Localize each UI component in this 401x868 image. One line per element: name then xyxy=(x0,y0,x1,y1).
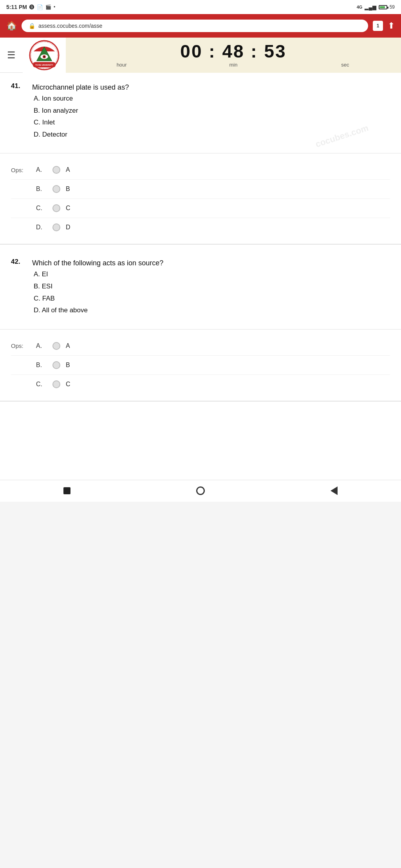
ops-42-radio-c[interactable] xyxy=(52,380,60,388)
lte-label: 4G xyxy=(357,5,363,9)
ops-41-radio-a[interactable] xyxy=(52,166,60,174)
question-41-option-b: B. Ion analyzer xyxy=(32,105,129,117)
ops-41-a-text: A xyxy=(66,166,70,173)
url-bar[interactable]: 🔒 assess.cocubes.com/asse xyxy=(22,20,368,32)
tab-count-button[interactable]: 1 xyxy=(373,21,383,31)
stop-icon xyxy=(63,487,70,494)
nav-stop-button[interactable] xyxy=(61,484,73,497)
question-42-option-d: D. All of the above xyxy=(32,304,163,317)
video-icon: 🎬 xyxy=(45,4,51,10)
ops-42-b-letter: B. xyxy=(36,362,47,369)
ops-42-a-text: A xyxy=(66,342,70,349)
status-right: 4G ▂▄▆ 59 xyxy=(357,4,395,10)
ops-42-a-letter: A. xyxy=(36,342,47,349)
ops-41-b-row: Ops: B. B xyxy=(11,180,390,199)
status-bar: 5:11 PM 🅖 📄 🎬 • 4G ▂▄▆ 59 xyxy=(0,0,401,14)
ops-41-c-text: C xyxy=(66,205,70,212)
upload-button[interactable]: ⬆ xyxy=(388,21,395,31)
ops-41-label: Ops: xyxy=(11,167,31,173)
university-logo: TO BE UNIVERSITY xyxy=(29,40,60,70)
ops-41-d-letter: D. xyxy=(36,224,47,231)
spacer xyxy=(0,402,401,480)
timer-sep1: : xyxy=(209,41,222,61)
timer-min-label: min xyxy=(177,62,289,68)
svg-point-5 xyxy=(43,56,45,57)
app-header: ☰ TO BE UNIVERSITY 00 : 48 : 53 xyxy=(0,38,401,73)
question-42-option-b: B. ESI xyxy=(32,281,163,293)
ops-42-radio-a[interactable] xyxy=(52,342,60,350)
nav-back-button[interactable] xyxy=(328,484,340,497)
ops-42-c-letter: C. xyxy=(36,381,47,388)
nav-home-button[interactable] xyxy=(194,484,207,497)
question-42-text: Which of the following acts as ion sourc… xyxy=(32,258,163,268)
timer-minutes: 48 xyxy=(222,41,244,61)
timer-display: 00 : 48 : 53 xyxy=(180,42,286,60)
ops-42-radio-b[interactable] xyxy=(52,361,60,369)
ops-42-c-text: C xyxy=(66,381,70,388)
question-42-header: 42. Which of the following acts as ion s… xyxy=(11,258,390,316)
timer-area: 00 : 48 : 53 hour min sec xyxy=(66,38,401,73)
ops-41-section: Ops: A. A Ops: B. B Ops: C. C Ops: D. D xyxy=(0,153,401,245)
battery-icon xyxy=(379,5,387,9)
question-42-content: Which of the following acts as ion sourc… xyxy=(32,258,163,316)
question-41-content: Microchannel plate is used as? A. Ion so… xyxy=(32,82,129,140)
ops-41-b-letter: B. xyxy=(36,185,47,193)
lock-icon: 🔒 xyxy=(29,23,35,29)
hamburger-menu[interactable]: ☰ xyxy=(0,50,23,61)
browser-bar: 🏠 🔒 assess.cocubes.com/asse 1 ⬆ xyxy=(0,14,401,38)
question-42-option-c: C. FAB xyxy=(32,293,163,305)
back-triangle-icon xyxy=(331,486,338,495)
svg-text:TO BE UNIVERSITY: TO BE UNIVERSITY xyxy=(35,64,53,66)
ops-42-c-row: Ops: C. C xyxy=(11,375,390,394)
dot-indicator: • xyxy=(54,4,55,10)
timer-labels: hour min sec xyxy=(66,62,401,68)
ops-41-a-letter: A. xyxy=(36,166,47,173)
battery-level: 59 xyxy=(390,4,395,10)
ops-41-radio-c[interactable] xyxy=(52,204,60,212)
logo-area: TO BE UNIVERSITY xyxy=(23,38,66,73)
bottom-nav-bar xyxy=(0,480,401,502)
timer-sec-label: sec xyxy=(289,62,401,68)
ops-41-b-text: B xyxy=(66,185,70,193)
question-41-header: 41. Microchannel plate is used as? A. Io… xyxy=(11,82,390,140)
question-41-option-a: A. Ion source xyxy=(32,93,129,105)
question-41-option-d: D. Detector xyxy=(32,129,129,141)
ops-41-header-row: Ops: A. A xyxy=(11,160,390,180)
question-41-block: 41. Microchannel plate is used as? A. Io… xyxy=(0,73,401,153)
ops-41-c-row: Ops: C. C xyxy=(11,199,390,218)
signal-bars: ▂▄▆ xyxy=(365,4,376,10)
status-left: 5:11 PM 🅖 📄 🎬 • xyxy=(6,4,55,10)
timer-seconds: 53 xyxy=(264,41,286,61)
question-42-option-a: A. EI xyxy=(32,268,163,281)
ops-41-radio-b[interactable] xyxy=(52,185,60,193)
doc-icon: 📄 xyxy=(37,4,43,10)
url-text: assess.cocubes.com/asse xyxy=(38,23,102,29)
question-42-number: 42. xyxy=(11,258,25,316)
ops-42-b-text: B xyxy=(66,362,70,369)
ops-41-d-row: Ops: D. D xyxy=(11,218,390,237)
status-time: 5:11 PM xyxy=(6,4,27,10)
home-button[interactable]: 🏠 xyxy=(6,21,17,31)
ops-41-c-letter: C. xyxy=(36,205,47,212)
question-42-block: 42. Which of the following acts as ion s… xyxy=(0,249,401,329)
ops-42-label: Ops: xyxy=(11,342,31,349)
question-41-number: 41. xyxy=(11,82,25,140)
ops-42-header-row: Ops: A. A xyxy=(11,337,390,356)
question-41-text: Microchannel plate is used as? xyxy=(32,82,129,93)
google-icon: 🅖 xyxy=(29,4,34,10)
ops-41-radio-d[interactable] xyxy=(52,223,60,231)
questions-container: 41. Microchannel plate is used as? A. Io… xyxy=(0,73,401,402)
home-circle-icon xyxy=(196,486,205,495)
ops-41-d-text: D xyxy=(66,224,70,231)
timer-hours: 00 xyxy=(180,41,202,61)
timer-hour-label: hour xyxy=(66,62,177,68)
timer-sep2: : xyxy=(251,41,264,61)
ops-42-b-row: Ops: B. B xyxy=(11,356,390,375)
question-41-option-c: C. Inlet xyxy=(32,117,129,129)
ops-42-section: Ops: A. A Ops: B. B Ops: C. C xyxy=(0,330,401,402)
